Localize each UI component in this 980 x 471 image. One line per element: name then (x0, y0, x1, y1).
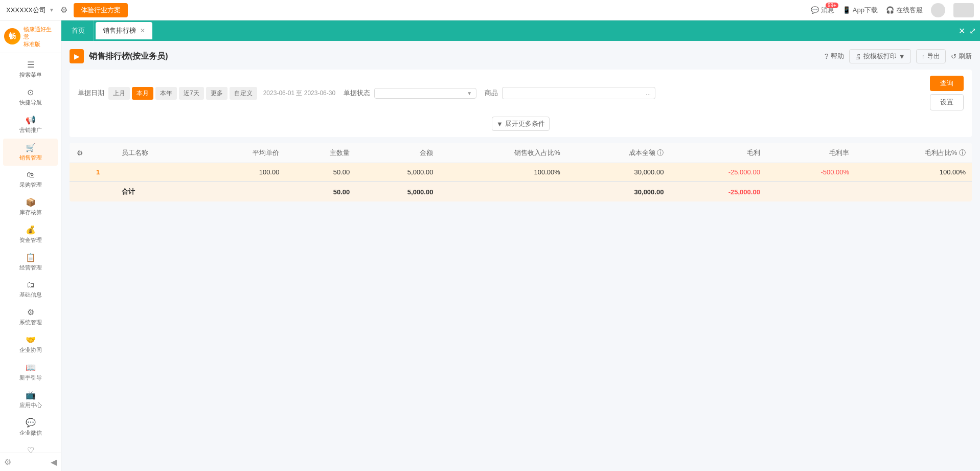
footer-sales-pct (439, 182, 566, 201)
sidebar-item-enterprise[interactable]: 🤝 企业协同 (3, 331, 58, 358)
print-icon: 🖨 (855, 53, 861, 60)
page-content: ▶ 销售排行榜(按业务员) ? 帮助 🖨 按模板打印 ▼ ↑ (61, 41, 980, 471)
table-container: ⚙ 员工名称 平均单价 主数量 金额 销售收入占比% 成本全额 ⓘ 毛利 毛 (70, 143, 972, 201)
goods-more-icon: ... (646, 89, 651, 97)
cell-gross-pct: 100.00% (855, 163, 972, 182)
online-service-link[interactable]: 🎧 在线客服 (886, 6, 923, 15)
help-icon: ? (825, 52, 829, 60)
sidebar-item-sales[interactable]: 🛒 销售管理 (3, 139, 58, 166)
settings-bottom-icon[interactable]: ⚙ (4, 457, 11, 467)
help-label: 帮助 (831, 52, 844, 61)
cell-amount: 5,000.00 (356, 163, 439, 182)
column-amount: 金额 (356, 143, 439, 163)
sidebar-item-operations[interactable]: 📋 经营管理 (3, 249, 58, 276)
dropdown-arrow-icon: ▼ (899, 53, 905, 60)
table-header-row: ⚙ 员工名称 平均单价 主数量 金额 销售收入占比% 成本全额 ⓘ 毛利 毛 (70, 143, 972, 163)
date-btn-last-month[interactable]: 上月 (108, 87, 130, 100)
app-download-link[interactable]: 📱 App下载 (842, 6, 878, 15)
footer-amount: 5,000.00 (356, 182, 439, 201)
sidebar-item-label: 销售管理 (19, 154, 42, 162)
tab-sales-rank[interactable]: 销售排行榜 ✕ (96, 22, 152, 39)
sidebar-item-system[interactable]: ⚙ 系统管理 (3, 303, 58, 330)
expand-label: 展开更多条件 (505, 119, 545, 128)
main-layout: 畅 畅康通好生意标准版 ☰ 搜索菜单 ⊙ 快捷导航 📢 营销推广 🛒 销售管理 … (0, 20, 980, 471)
expand-row: ▼ 展开更多条件 (78, 113, 964, 131)
date-btn-custom[interactable]: 自定义 (230, 87, 257, 100)
export-label: 导出 (927, 52, 940, 61)
sidebar-item-label: 快捷导航 (19, 99, 42, 106)
page-actions: ? 帮助 🖨 按模板打印 ▼ ↑ 导出 ↺ 刷新 (825, 49, 972, 63)
company-name: XXXXXX公司 (6, 6, 46, 15)
column-rank (90, 143, 116, 163)
column-employee: 员工名称 (116, 143, 200, 163)
sidebar-item-basic-info[interactable]: 🗂 基础信息 (3, 276, 58, 303)
cell-cost-amount: 30,000.00 (566, 163, 670, 182)
date-buttons: 上月 本月 本年 近7天 更多 自定义 (108, 87, 257, 100)
sidebar-item-search-orders[interactable]: ☰ 搜索菜单 (3, 56, 58, 83)
message-area[interactable]: 💬 消息 99+ (811, 6, 834, 15)
message-badge: 99+ (826, 3, 838, 8)
sidebar-item-label: 应用中心 (19, 401, 42, 409)
content-area: 首页 销售排行榜 ✕ ✕ ⤢ ▶ 销售排行榜(按业务员) (61, 20, 980, 471)
column-cost-amount: 成本全额 ⓘ (566, 143, 670, 163)
footer-gross-rate (766, 182, 855, 201)
sidebar-item-app-center[interactable]: 📺 应用中心 (3, 386, 58, 413)
table-wrapper: ⚙ 员工名称 平均单价 主数量 金额 销售收入占比% 成本全额 ⓘ 毛利 毛 (70, 143, 972, 201)
logo-text: 畅康通好生意标准版 (24, 26, 57, 48)
filter-row-main: 单据日期 上月 本月 本年 近7天 更多 自定义 2023-06-01 至 20… (78, 76, 964, 110)
sidebar-item-inventory[interactable]: 📦 库存核算 (3, 193, 58, 220)
cell-employee (116, 163, 200, 182)
status-select[interactable]: ▼ (374, 88, 476, 99)
date-btn-this-year[interactable]: 本年 (155, 87, 177, 100)
mobile-icon: 📱 (842, 6, 851, 14)
collapse-icon[interactable]: ◀ (51, 457, 57, 467)
date-btn-more[interactable]: 更多 (206, 87, 227, 100)
help-button[interactable]: ? 帮助 (825, 52, 844, 61)
trial-button[interactable]: 体验行业方案 (74, 3, 128, 17)
chevron-down-icon: ▼ (49, 7, 54, 13)
query-button[interactable]: 查询 (930, 76, 964, 91)
export-button[interactable]: ↑ 导出 (916, 49, 946, 63)
chevron-down-expand-icon: ▼ (496, 120, 503, 128)
footer-gear (70, 182, 90, 201)
sales-rank-table: ⚙ 员工名称 平均单价 主数量 金额 销售收入占比% 成本全额 ⓘ 毛利 毛 (70, 143, 972, 201)
sidebar-item-finance[interactable]: 💰 资金管理 (3, 221, 58, 248)
sidebar-item-label: 基础信息 (19, 291, 42, 299)
column-settings-icon[interactable]: ⚙ (76, 149, 84, 157)
refresh-button[interactable]: ↺ 刷新 (951, 52, 972, 61)
template-print-button[interactable]: 🖨 按模板打印 ▼ (849, 49, 911, 63)
tab-close-icon[interactable]: ✕ (140, 27, 145, 34)
company-selector[interactable]: XXXXXX公司 ▼ (6, 6, 54, 15)
status-label: 单据状态 (344, 88, 370, 98)
avatar[interactable] (931, 3, 945, 17)
inventory-icon: 📦 (26, 197, 36, 207)
maximize-icon[interactable]: ⤢ (969, 26, 976, 36)
sidebar-item-quick-nav[interactable]: ⊙ 快捷导航 (3, 83, 58, 110)
settings-icon[interactable]: ⚙ (60, 5, 67, 15)
sidebar-item-wechat[interactable]: 💬 企业微信 (3, 414, 58, 441)
footer-cost-amount: 30,000.00 (566, 182, 670, 201)
date-btn-this-month[interactable]: 本月 (132, 87, 153, 100)
sidebar-item-beginner[interactable]: 📖 新手引导 (3, 358, 58, 386)
cell-gross-rate: -500.00% (766, 163, 855, 182)
tab-sales-rank-label: 销售排行榜 (103, 26, 136, 35)
sidebar-item-label: 采购管理 (19, 181, 42, 189)
cell-avg-price: 100.00 (200, 163, 285, 182)
operations-icon: 📋 (26, 253, 36, 262)
sidebar-item-marketing[interactable]: 📢 营销推广 (3, 111, 58, 138)
filter-settings-button[interactable]: 设置 (930, 94, 964, 110)
column-gross-pct: 毛利占比% ⓘ (855, 143, 972, 163)
sidebar-item-label: 资金管理 (19, 236, 42, 244)
sidebar-item-member[interactable]: ♡ 畅会员 (3, 441, 58, 453)
logo-icon: 畅 (4, 28, 20, 44)
goods-label: 商品 (485, 88, 498, 98)
close-window-icon[interactable]: ✕ (959, 26, 965, 36)
expand-more-button[interactable]: ▼ 展开更多条件 (492, 117, 550, 131)
date-btn-last-7-days[interactable]: 近7天 (179, 87, 204, 100)
sidebar-item-label: 企业协同 (19, 346, 42, 354)
footer-gross-pct (855, 182, 972, 201)
sidebar-item-purchase[interactable]: 🛍 采购管理 (3, 166, 58, 193)
collapse-filter-btn[interactable]: ▶ (70, 49, 84, 63)
tab-home[interactable]: 首页 (63, 20, 94, 41)
goods-input[interactable]: ... (502, 87, 655, 99)
